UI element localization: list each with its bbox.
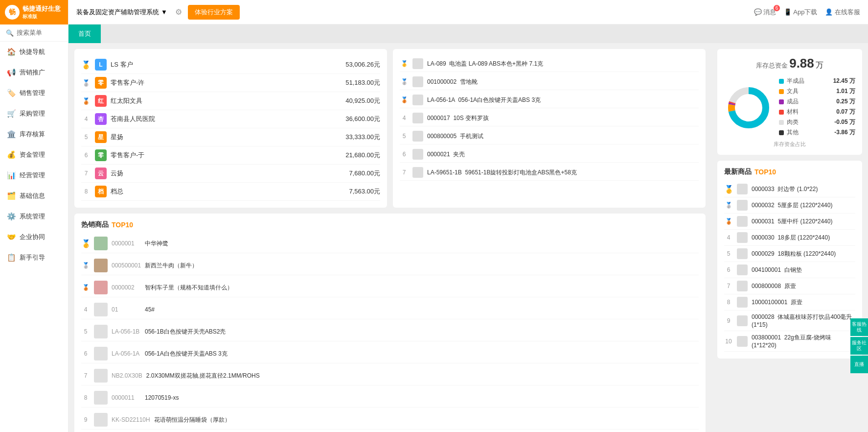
nr-img-3 <box>737 216 748 227</box>
nr-row-1: 🥇 0000033 封边带 (1.0*22) <box>724 181 855 197</box>
legend-dot-1 <box>779 89 784 94</box>
hp-name-3: 智利车子里（规格不知道填什么） <box>145 284 699 292</box>
app-download[interactable]: 📱 App下载 <box>784 8 817 17</box>
legend-dot-5 <box>779 130 784 135</box>
donut-chart <box>724 83 773 132</box>
float-btn-service[interactable]: 客服热线 <box>850 318 868 336</box>
tp-info-5: 000800005 手机测试 <box>427 132 699 141</box>
rank-num-7: 7 <box>81 170 91 177</box>
legend-val-1: 1.01 万 <box>836 87 855 96</box>
customer-amount-3: 40,925.00元 <box>345 96 380 105</box>
nr-img-5 <box>737 248 748 259</box>
nr-img-9 <box>737 315 748 326</box>
hp-code-7: NB2.0X30B <box>112 372 142 379</box>
sidebar-item-collab[interactable]: 🤝 企业协同 <box>0 227 68 247</box>
logo-text-block: 畅捷通好生意 标准版 <box>23 4 61 20</box>
hp-name-1: 中华神鹭 <box>145 240 699 248</box>
medal-1: 🥇 <box>81 60 91 70</box>
sidebar-item-system[interactable]: ⚙️ 系统管理 <box>0 206 68 227</box>
tp-info-3: LA-056-1A 056-1A白色按键开关盖ABS 3克 <box>427 96 699 104</box>
customer-row-3: 🥉 红 红太阳文具 40,925.00元 <box>81 92 380 110</box>
hp-row-9: 9 KK-SD22110H 花语萌恒温分隔睡袋（厚款） <box>81 410 699 430</box>
customer-row-8: 8 档 档总 7,563.00元 <box>81 183 380 201</box>
sidebar-item-sales[interactable]: 🏷️ 销售管理 <box>0 83 68 103</box>
hp-code-8: 0000011 <box>112 394 141 401</box>
main-panels: 🥇 L LS 客户 53,006.26元 🥈 零 零售客户-许 51,183.0… <box>69 43 711 432</box>
sidebar-item-inventory[interactable]: 🏛️ 库存核算 <box>0 124 68 144</box>
legend-dot-0 <box>779 79 784 84</box>
legend-item-1: 文具 1.01 万 <box>779 87 855 96</box>
customer-badge-3: 红 <box>95 95 107 107</box>
sidebar-item-guide[interactable]: 📋 新手引导 <box>0 247 68 268</box>
nr-img-7 <box>737 281 748 291</box>
notification-area[interactable]: 💬 6 消息 <box>754 8 777 17</box>
basic-info-icon: 🗂️ <box>7 192 16 200</box>
sidebar-logo: 畅 畅捷通好生意 标准版 <box>0 0 68 24</box>
inventory-label: 库存总资金 <box>756 62 788 69</box>
nav-label: 库存核算 <box>20 130 45 139</box>
legend-item-0: 半成品 12.45 万 <box>779 77 855 85</box>
customer-row-1: 🥇 L LS 客户 53,006.26元 <box>81 56 380 74</box>
chart-area: 半成品 12.45 万 文具 1.01 万 成品 0.25 万 <box>724 77 855 139</box>
nr-row-2: 🥈 0000032 5厘多层 (1220*2440) <box>724 197 855 214</box>
trial-button[interactable]: 体验行业方案 <box>188 5 240 20</box>
sidebar-item-management[interactable]: 📊 经营管理 <box>0 165 68 186</box>
settings-icon[interactable]: ⚙ <box>175 7 182 17</box>
hp-rank-5: 5 <box>81 328 90 335</box>
system-name-dropdown[interactable]: 装备及固定资产辅助管理系统 ▼ <box>76 8 167 17</box>
nr-info-9: 0000028 体城嘉枝味苏打饮品400毫升 (1*15) <box>752 313 855 328</box>
topbar: 装备及固定资产辅助管理系统 ▼ ⚙ 体验行业方案 💬 6 消息 📱 App下载 … <box>69 0 868 24</box>
legend-dot-3 <box>779 110 784 115</box>
customer-row-5: 5 星 星扬 33,333.00元 <box>81 128 380 146</box>
system-icon: ⚙️ <box>7 212 16 221</box>
sidebar-item-basic-info[interactable]: 🗂️ 基础信息 <box>0 186 68 206</box>
float-btn-community[interactable]: 服务社区 <box>850 337 868 355</box>
sidebar-item-finance[interactable]: 💰 资金管理 <box>0 144 68 165</box>
online-service[interactable]: 👤 在线客服 <box>825 8 860 17</box>
nr-info-7: 000800008 原壹 <box>752 282 855 290</box>
hp-name-4: 45# <box>145 306 699 313</box>
customer-badge-1: L <box>95 59 107 71</box>
tp-row-5: 5 000800005 手机测试 <box>400 128 699 144</box>
sales-icon: 🏷️ <box>7 89 16 97</box>
legend-label-2: 成品 <box>787 97 833 106</box>
newest-products-title: 最新商品 TOP10 <box>724 168 855 176</box>
hp-img-5 <box>94 325 108 338</box>
tp-rank-4: 4 <box>400 115 409 121</box>
customer-amount-5: 33,333.00元 <box>345 133 380 142</box>
hp-rank-8: 8 <box>81 394 90 401</box>
rank-num-6: 6 <box>81 152 91 159</box>
customer-row-6: 6 零 零售客户-于 21,680.00元 <box>81 146 380 165</box>
donut-svg <box>724 83 773 132</box>
notification-badge: 6 <box>774 5 780 11</box>
hp-name-2: 新西兰牛肉（新牛） <box>145 262 699 270</box>
float-btn-live[interactable]: 直播 <box>850 356 868 373</box>
hp-name-7: 2.0X30MM双搓花轴,搓花直径2.1MM/ROHS <box>146 372 699 380</box>
legend-val-4: -0.05 万 <box>834 118 855 126</box>
sidebar-search[interactable]: 🔍 搜索菜单 <box>0 24 68 42</box>
legend-item-3: 材料 0.07 万 <box>779 108 855 116</box>
inventory-unit: 万 <box>816 61 823 69</box>
tab-home[interactable]: 首页 <box>69 24 101 43</box>
content-tabs: 首页 <box>69 24 868 43</box>
nr-row-10: 10 003800001 22g鱼豆腐-烧烤味 (1*12*20) <box>724 331 855 352</box>
hp-code-4: 01 <box>112 306 141 313</box>
inventory-value: 9.88 <box>789 56 814 71</box>
legend-item-5: 其他 -3.86 万 <box>779 128 855 137</box>
customer-amount-2: 51,183.00元 <box>345 78 380 87</box>
nr-info-10: 003800001 22g鱼豆腐-烧烤味 (1*12*20) <box>752 334 855 349</box>
customer-amount-1: 53,006.26元 <box>345 60 380 69</box>
sidebar-item-marketing[interactable]: 📢 营销推广 <box>0 62 68 83</box>
management-icon: 📊 <box>7 171 16 180</box>
nr-row-6: 6 004100001 白钢垫 <box>724 262 855 278</box>
page-content: 🥇 L LS 客户 53,006.26元 🥈 零 零售客户-许 51,183.0… <box>69 43 868 432</box>
sidebar-item-purchase[interactable]: 🛒 采购管理 <box>0 103 68 124</box>
tp-medal-1: 🥇 <box>400 60 409 67</box>
nr-info-6: 004100001 白钢垫 <box>752 266 855 274</box>
customer-name-3: 红太阳文具 <box>111 96 342 105</box>
hp-rank-9: 9 <box>81 416 90 423</box>
tp-rank-7: 7 <box>400 169 409 176</box>
sidebar-item-quick-nav[interactable]: 🏠 快捷导航 <box>0 42 68 62</box>
hp-code-1: 0000001 <box>112 240 141 247</box>
hp-img-9 <box>94 413 108 427</box>
